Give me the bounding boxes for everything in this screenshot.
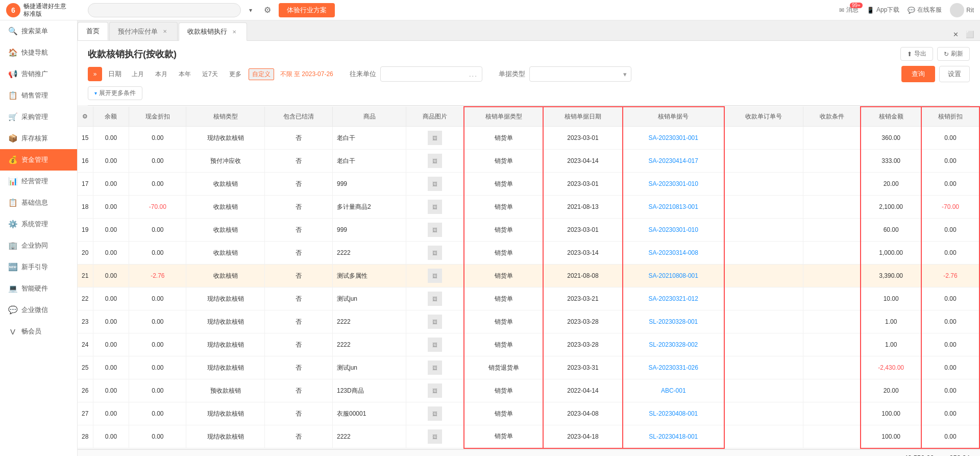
td-payment-terms	[803, 150, 861, 173]
prepay-tab-label: 预付冲应付单	[118, 27, 158, 36]
avatar	[950, 3, 964, 17]
td-product-img: 🖼	[406, 379, 464, 402]
td-voucher-date: 2023-03-31	[543, 356, 622, 379]
th-settings: ⚙	[78, 107, 93, 127]
refresh-button[interactable]: ↻ 刷新	[937, 47, 970, 61]
expand-conditions-btn[interactable]: ▾ 展开更多条件	[88, 86, 142, 100]
td-voucher-no: SA-20230301-010	[623, 173, 724, 196]
top-bar: 6 畅捷通谱好生意 标准版 ▾ ⚙ 体验行业方案 ✉ 消息 99+ 📱 App下…	[0, 0, 980, 20]
message-icon: ✉	[839, 7, 844, 14]
td-cancel-amount: 10.00	[861, 287, 921, 310]
sidebar-item-inventory[interactable]: 📦 库存核算	[0, 128, 77, 149]
period-last-month[interactable]: 上月	[128, 68, 148, 80]
sidebar-item-purchase[interactable]: 🛒 采购管理	[0, 106, 77, 128]
enterprise-icon: 🏢	[8, 241, 17, 250]
business-icon: 📊	[8, 177, 17, 186]
td-product-img: 🖼	[406, 242, 464, 265]
td-order-no	[724, 173, 803, 196]
date-filter-label: 日期	[108, 69, 121, 79]
td-cash-discount: 0.00	[129, 127, 186, 150]
td-cash-discount: 0.00	[129, 150, 186, 173]
td-cancel-amount: 1,000.00	[861, 242, 921, 265]
receivable-tab-close[interactable]: ✕	[230, 28, 238, 36]
td-cash-discount: 0.00	[129, 242, 186, 265]
td-voucher-no: SA-20230314-008	[623, 242, 724, 265]
guide-icon: 🆕	[8, 262, 17, 272]
th-voucher-no: 核销单据号	[623, 107, 724, 127]
sidebar-item-finance[interactable]: 💰 资金管理	[0, 149, 77, 171]
td-cancel-discount: 0.00	[921, 173, 979, 196]
settings-button[interactable]: 设置	[939, 66, 970, 82]
period-more[interactable]: 更多	[225, 68, 246, 80]
search-input[interactable]	[88, 3, 241, 17]
sidebar-item-hardware[interactable]: 💻 智能硬件	[0, 278, 77, 299]
industry-button[interactable]: 体验行业方案	[279, 3, 335, 17]
table-row: 17 0.00 0.00 收款核销 否 999 🖼 销货单 2023-03-01…	[78, 173, 979, 196]
sidebar-item-member[interactable]: V 畅会员	[0, 321, 77, 342]
td-voucher-no: SL-20230328-001	[623, 310, 724, 333]
online-service-item[interactable]: 💬 在线客服	[908, 6, 942, 14]
td-balance: 0.00	[93, 219, 129, 242]
tab-bar: 首页 预付冲应付单 ✕ 收款核销执行 ✕ ✕ ⬜	[78, 20, 980, 41]
td-order-no	[724, 356, 803, 379]
sidebar-item-sales[interactable]: 📋 销售管理	[0, 85, 77, 106]
export-button[interactable]: ⬆ 导出	[900, 47, 933, 61]
tab-prepay[interactable]: 预付冲应付单 ✕	[109, 22, 178, 40]
gear-button[interactable]: ⚙	[260, 3, 275, 17]
filter-expand-icon[interactable]: »	[88, 67, 102, 81]
table-row: 26 0.00 0.00 预收款核销 否 123D商品 🖼 销货单 2022-0…	[78, 379, 979, 402]
td-voucher-no: SA-20210808-001	[623, 265, 724, 287]
td-cancel-amount: 60.00	[861, 219, 921, 242]
period-custom[interactable]: 自定义	[249, 68, 274, 80]
period-this-month[interactable]: 本月	[151, 68, 172, 80]
maximize-btn[interactable]: ⬜	[964, 28, 976, 40]
table-container[interactable]: ⚙ 余额 现金折扣 核销类型 包含已结清 商品 商品图片 核销单据类型 核销单据…	[78, 106, 980, 456]
sidebar-label-sales: 销售管理	[21, 91, 48, 100]
message-item[interactable]: ✉ 消息 99+	[839, 6, 859, 14]
td-no: 26	[78, 379, 93, 402]
td-include-settled: 否	[265, 242, 333, 265]
td-voucher-type: 销货单	[464, 196, 543, 219]
from-unit-input[interactable]	[385, 70, 469, 78]
query-button[interactable]: 查询	[901, 66, 935, 82]
td-cash-discount: 0.00	[129, 356, 186, 379]
td-balance: 0.00	[93, 425, 129, 448]
sidebar-item-business[interactable]: 📊 经营管理	[0, 171, 77, 192]
period-this-year[interactable]: 本年	[175, 68, 195, 80]
period-7days[interactable]: 近7天	[198, 68, 222, 80]
sidebar-item-quick-nav[interactable]: 🏠 快捷导航	[0, 42, 77, 63]
sidebar-item-basic[interactable]: 📋 基础信息	[0, 192, 77, 213]
sidebar-item-guide[interactable]: 🆕 新手引导	[0, 256, 77, 278]
td-product: 老白干	[332, 127, 406, 150]
voucher-type-filter: 单据类型 ▾	[499, 66, 631, 82]
tab-home[interactable]: 首页	[78, 22, 108, 40]
sidebar-label-hardware: 智能硬件	[21, 284, 48, 293]
td-payment-terms	[803, 127, 861, 150]
dropdown-button[interactable]: ▾	[245, 5, 256, 16]
td-product: 多计量商品2	[332, 196, 406, 219]
sidebar-item-wechat[interactable]: 💬 企业微信	[0, 299, 77, 321]
voucher-type-input[interactable]	[534, 70, 623, 78]
hardware-icon: 💻	[8, 284, 17, 293]
sidebar-item-search-menu[interactable]: 🔍 搜索菜单	[0, 20, 77, 42]
td-payment-terms	[803, 242, 861, 265]
td-cash-discount: 0.00	[129, 287, 186, 310]
sidebar-item-system[interactable]: ⚙️ 系统管理	[0, 213, 77, 235]
prepay-tab-close[interactable]: ✕	[161, 28, 169, 36]
td-no: 15	[78, 127, 93, 150]
td-cancel-amount: -2,430.00	[861, 356, 921, 379]
sidebar-item-enterprise[interactable]: 🏢 企业协同	[0, 235, 77, 256]
tab-receivable[interactable]: 收款核销执行 ✕	[179, 22, 247, 41]
td-cancel-discount: 0.00	[921, 310, 979, 333]
app-download-item[interactable]: 📱 App下载	[867, 6, 899, 14]
sidebar-label-search: 搜索菜单	[21, 27, 48, 36]
close-window-btn[interactable]: ✕	[949, 28, 962, 40]
sidebar-item-marketing[interactable]: 📢 营销推广	[0, 63, 77, 85]
td-voucher-no: SL-20230408-001	[623, 402, 724, 425]
voucher-type-dropdown-icon: ▾	[623, 70, 627, 78]
td-cancel-type: 预收款核销	[186, 379, 265, 402]
logo-text: 畅捷通谱好生意 标准版	[23, 3, 66, 17]
td-voucher-date: 2022-04-14	[543, 379, 622, 402]
td-payment-terms	[803, 173, 861, 196]
user-info[interactable]: Rit	[950, 3, 974, 17]
